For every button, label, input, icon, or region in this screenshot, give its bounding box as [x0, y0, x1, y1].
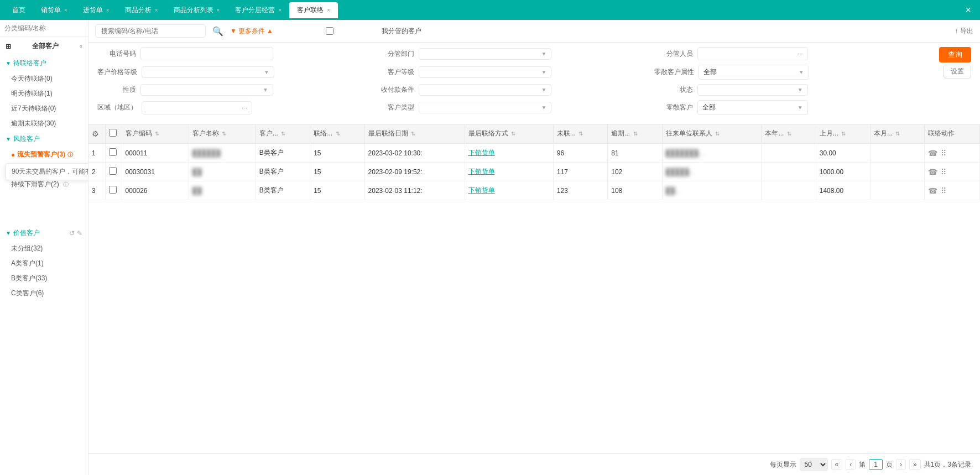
declining-info[interactable]: ⓘ	[63, 181, 69, 187]
row3-this-month	[870, 181, 925, 200]
row2-cb[interactable]	[105, 163, 122, 181]
scatter-select[interactable]: 全部 ▼	[697, 100, 808, 115]
last-page-btn[interactable]: »	[909, 459, 921, 470]
col-unit-contact[interactable]: 往来单位联系人 ⇅	[662, 124, 762, 143]
col-type[interactable]: 客户... ⇅	[256, 124, 310, 143]
window-close-button[interactable]: ×	[961, 4, 976, 16]
sidebar-section-value[interactable]: ▼ 价值客户 ↺ ✎	[0, 225, 88, 241]
sidebar-item-b-class[interactable]: B类客户(33)	[0, 271, 88, 286]
type-sort: ⇅	[281, 131, 285, 137]
col-name[interactable]: 客户名称 ⇅	[189, 124, 256, 143]
tab-purchase-close[interactable]: ×	[106, 7, 110, 13]
row3-checkbox[interactable]	[109, 186, 117, 194]
sidebar-all-customers[interactable]: ⊞ 全部客户 «	[0, 37, 88, 55]
collapse-icon: «	[79, 43, 82, 49]
status-select[interactable]: ▼	[697, 84, 808, 96]
sidebar-item-c-class[interactable]: C类客户(6)	[0, 286, 88, 301]
col-last-method[interactable]: 最后联络方式 ⇅	[465, 124, 553, 143]
sidebar-item-7days[interactable]: 近7天待联络(0)	[0, 101, 88, 116]
row2-more-icon[interactable]: ⠿	[941, 168, 946, 176]
value-edit-icon[interactable]: ✎	[77, 229, 82, 237]
col-contact[interactable]: 联络... ⇅	[310, 124, 364, 143]
sidebar-item-a-class[interactable]: A类客户(1)	[0, 256, 88, 271]
my-customers-checkbox-label[interactable]: 我分管的客户	[280, 27, 421, 36]
select-all-checkbox[interactable]	[109, 129, 117, 137]
tab-analysis[interactable]: 商品分析 ×	[117, 2, 166, 18]
per-page-label: 每页显示	[770, 460, 796, 469]
row1-cb[interactable]	[105, 143, 122, 163]
col-this-month[interactable]: 本月... ⇅	[870, 124, 925, 143]
scatter-attr-select[interactable]: 全部 ▼	[698, 65, 809, 80]
col-last-date[interactable]: 最后联络日期 ⇅	[364, 124, 465, 143]
value-refresh-icon[interactable]: ↺	[69, 229, 75, 237]
filter-cell-person: 分管人员 ···	[654, 47, 932, 60]
row3-cb[interactable]	[105, 181, 122, 200]
more-conditions-btn[interactable]: ▼ 更多条件 ▲	[230, 27, 273, 36]
export-button[interactable]: ↑ 导出	[955, 27, 973, 36]
setting-button[interactable]: 设置	[943, 65, 971, 79]
search-input[interactable]	[95, 24, 206, 38]
sidebar-item-lost-warning[interactable]: ● 流失预警客户(3) ⓘ	[0, 147, 88, 162]
sidebar-item-tomorrow[interactable]: 明天待联络(1)	[0, 86, 88, 101]
first-page-btn[interactable]: «	[831, 459, 843, 470]
row2-checkbox[interactable]	[109, 167, 117, 175]
col-settings[interactable]: ⚙	[88, 124, 105, 143]
tab-analysis-list-close[interactable]: ×	[217, 7, 220, 13]
grade-label: 客户等级	[376, 67, 414, 77]
tab-purchase[interactable]: 进货单 ×	[75, 2, 117, 18]
tab-customer-contact[interactable]: 客户联络 ×	[289, 2, 338, 18]
table-settings-icon[interactable]: ⚙	[92, 129, 99, 138]
row3-last-method[interactable]: 下销货单	[465, 181, 553, 200]
sidebar-section-risk[interactable]: ▼ 风险客户	[0, 131, 88, 147]
tab-customer-contact-close[interactable]: ×	[327, 7, 330, 13]
sidebar-item-today[interactable]: 今天待联络(0)	[0, 71, 88, 86]
sidebar-search-input[interactable]	[4, 24, 87, 32]
filter-cell-nature: 性质 ▼	[97, 84, 376, 96]
price-grade-select[interactable]: ▼	[142, 66, 274, 78]
tab-home[interactable]: 首页	[4, 2, 33, 18]
info-icon[interactable]: ⓘ	[67, 151, 73, 159]
col-last-month[interactable]: 上月... ⇅	[816, 124, 870, 143]
customer-type-select[interactable]: ▼	[419, 102, 551, 113]
row1-checkbox[interactable]	[109, 148, 117, 156]
col-this-year[interactable]: 本年... ⇅	[762, 124, 816, 143]
sidebar-section-pending[interactable]: ▼ 待联络客户	[0, 55, 88, 71]
col-uncontacted[interactable]: 未联... ⇅	[553, 124, 607, 143]
phone-input[interactable]	[140, 47, 273, 60]
row1-last-method[interactable]: 下销货单	[465, 143, 553, 163]
next-page-btn[interactable]: ›	[896, 459, 906, 470]
tab-analysis-close[interactable]: ×	[155, 7, 158, 13]
row2-last-method[interactable]: 下销货单	[465, 163, 553, 181]
dept-select[interactable]: ▼	[419, 48, 551, 60]
grade-select[interactable]: ▼	[419, 66, 551, 78]
row3-more-icon[interactable]: ⠿	[941, 186, 946, 195]
tab-customer-tier[interactable]: 客户分层经营 ×	[227, 2, 289, 18]
payment-select[interactable]: ▼	[419, 84, 551, 96]
row1-contact-icon[interactable]: ☎	[928, 149, 937, 158]
region-select[interactable]: ···	[142, 101, 252, 114]
prev-page-btn[interactable]: ‹	[846, 459, 856, 470]
filter-row-1: 电话号码 分管部门 ▼ 分管人员	[97, 47, 932, 60]
row3-contact-icon[interactable]: ☎	[928, 186, 937, 195]
tab-customer-tier-close[interactable]: ×	[278, 7, 282, 13]
sidebar-item-overdue[interactable]: 逾期未联络(30)	[0, 116, 88, 131]
row1-uncontacted: 96	[553, 143, 607, 163]
row1-more-icon[interactable]: ⠿	[941, 149, 946, 158]
query-button[interactable]: 查询	[939, 47, 971, 62]
overdue-sort: ⇅	[633, 131, 638, 137]
col-checkbox[interactable]	[105, 124, 122, 143]
nature-select[interactable]: ▼	[140, 84, 273, 96]
row3-contact: 15	[310, 181, 364, 200]
tab-sales-close[interactable]: ×	[64, 7, 67, 13]
tab-analysis-list[interactable]: 商品分析列表 ×	[166, 2, 228, 18]
tab-sales[interactable]: 销货单 ×	[33, 2, 75, 18]
col-code[interactable]: 客户编码 ⇅	[122, 124, 189, 143]
row2-contact-icon[interactable]: ☎	[928, 168, 937, 176]
col-overdue[interactable]: 逾期... ⇅	[608, 124, 662, 143]
search-button[interactable]: 🔍	[212, 26, 223, 36]
row1-name: ██████	[189, 143, 256, 163]
my-customers-checkbox[interactable]	[280, 27, 379, 35]
sidebar-item-unclassified[interactable]: 未分组(32)	[0, 241, 88, 256]
per-page-select[interactable]: 50 100 200	[800, 458, 828, 471]
person-select[interactable]: ···	[697, 47, 808, 60]
